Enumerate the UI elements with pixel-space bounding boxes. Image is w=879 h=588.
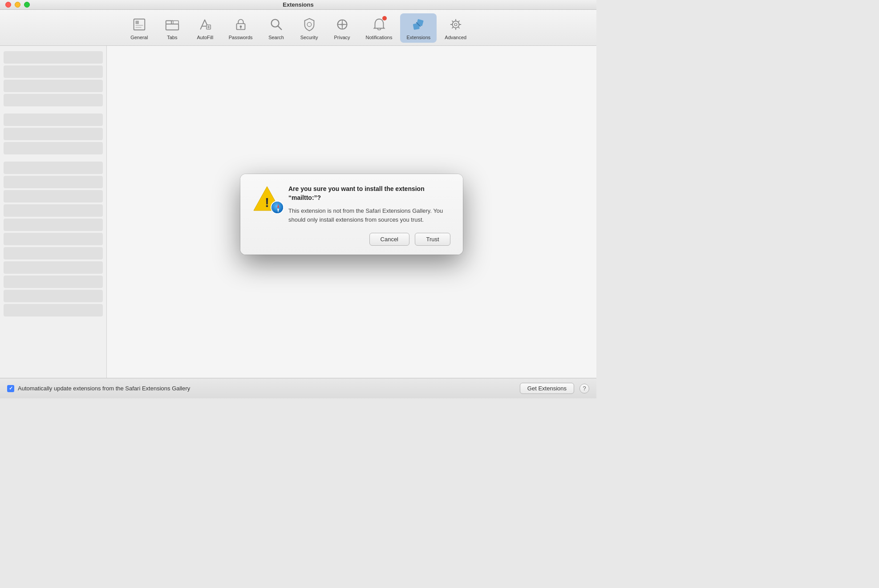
svg-line-33	[452, 27, 454, 28]
svg-line-30	[452, 21, 454, 22]
list-item[interactable]	[4, 219, 103, 231]
svg-text:!: !	[265, 195, 269, 210]
dialog: !	[240, 174, 463, 255]
svg-rect-5	[166, 24, 178, 30]
notifications-icon	[371, 16, 388, 33]
toolbar-item-security[interactable]: Security	[294, 13, 325, 43]
passwords-icon	[232, 16, 249, 33]
security-label: Security	[300, 35, 318, 40]
list-item[interactable]	[4, 51, 103, 64]
window-title: Extensions	[283, 1, 313, 8]
privacy-icon	[334, 16, 351, 33]
toolbar-item-autofill[interactable]: AutoFill	[190, 13, 221, 43]
svg-rect-3	[135, 27, 141, 28]
cancel-button[interactable]: Cancel	[369, 233, 409, 246]
list-item[interactable]	[4, 276, 103, 288]
svg-rect-4	[166, 20, 171, 24]
close-button[interactable]	[5, 2, 11, 8]
list-item[interactable]	[4, 176, 103, 188]
svg-line-16	[278, 26, 281, 29]
checkbox-check: ✓	[9, 385, 13, 391]
security-icon	[301, 16, 318, 33]
help-button[interactable]: ?	[579, 384, 589, 393]
extensions-label: Extensions	[406, 35, 430, 40]
checkbox-container: ✓ Automatically update extensions from t…	[7, 385, 514, 392]
toolbar-item-advanced[interactable]: Advanced	[438, 13, 473, 43]
notifications-label: Notifications	[366, 35, 393, 40]
autofill-icon	[197, 16, 214, 33]
svg-rect-1	[135, 20, 139, 24]
privacy-label: Privacy	[334, 35, 350, 40]
toolbar-item-privacy[interactable]: Privacy	[327, 13, 358, 43]
general-label: General	[130, 35, 148, 40]
notifications-badge	[382, 16, 387, 20]
list-item[interactable]	[4, 204, 103, 217]
title-bar: Extensions	[0, 0, 596, 10]
toolbar-item-search[interactable]: Search	[261, 13, 292, 43]
extensions-icon	[410, 16, 427, 33]
dialog-overlay: !	[107, 46, 596, 383]
toolbar-item-extensions[interactable]: Extensions	[400, 13, 437, 43]
dialog-text: Are you sure you want to install the ext…	[288, 185, 450, 224]
auto-update-label: Automatically update extensions from the…	[18, 385, 190, 392]
list-item[interactable]	[4, 80, 103, 92]
list-item[interactable]	[4, 233, 103, 245]
right-panel: No Extensions !	[107, 46, 596, 383]
toolbar-item-notifications[interactable]: Notifications	[360, 13, 399, 43]
toolbar-item-passwords[interactable]: Passwords	[223, 13, 259, 43]
list-item[interactable]	[4, 114, 103, 126]
tabs-label: Tabs	[167, 35, 177, 40]
toolbar-item-general[interactable]: General	[124, 13, 155, 43]
dialog-message: This extension is not from the Safari Ex…	[288, 207, 450, 224]
toolbar-item-tabs[interactable]: Tabs	[157, 13, 188, 43]
svg-rect-7	[173, 20, 178, 24]
general-icon	[131, 16, 148, 33]
svg-rect-2	[135, 25, 143, 26]
passwords-label: Passwords	[229, 35, 253, 40]
svg-point-25	[454, 23, 457, 26]
main-content: No Extensions !	[0, 46, 596, 383]
svg-line-31	[458, 27, 459, 28]
left-panel	[0, 46, 107, 383]
search-label: Search	[268, 35, 284, 40]
auto-update-checkbox[interactable]: ✓	[7, 385, 14, 392]
maximize-button[interactable]	[24, 2, 30, 8]
toolbar: General Tabs AutoFill	[0, 10, 596, 46]
trust-button[interactable]: Trust	[415, 233, 450, 246]
svg-point-13	[239, 25, 242, 28]
tabs-icon	[164, 16, 181, 33]
list-item[interactable]	[4, 247, 103, 260]
dialog-title: Are you sure you want to install the ext…	[288, 185, 450, 202]
svg-line-32	[458, 21, 459, 22]
list-item[interactable]	[4, 128, 103, 140]
get-extensions-button[interactable]: Get Extensions	[520, 383, 574, 394]
list-item[interactable]	[4, 162, 103, 174]
svg-rect-23	[413, 23, 420, 30]
dialog-body: !	[253, 185, 450, 224]
svg-point-17	[307, 22, 311, 26]
window-controls	[5, 2, 30, 8]
list-item[interactable]	[4, 261, 103, 274]
autofill-label: AutoFill	[197, 35, 213, 40]
list-item[interactable]	[4, 290, 103, 302]
safari-compass-icon	[271, 202, 284, 214]
svg-rect-0	[134, 19, 145, 30]
list-item[interactable]	[4, 190, 103, 203]
list-item[interactable]	[4, 142, 103, 154]
list-item[interactable]	[4, 65, 103, 78]
advanced-icon	[447, 16, 464, 33]
minimize-button[interactable]	[15, 2, 20, 8]
dialog-buttons: Cancel Trust	[253, 233, 450, 246]
list-item[interactable]	[4, 304, 103, 316]
search-icon	[268, 16, 285, 33]
advanced-label: Advanced	[445, 35, 466, 40]
dialog-icon: !	[253, 185, 281, 213]
list-item[interactable]	[4, 94, 103, 106]
